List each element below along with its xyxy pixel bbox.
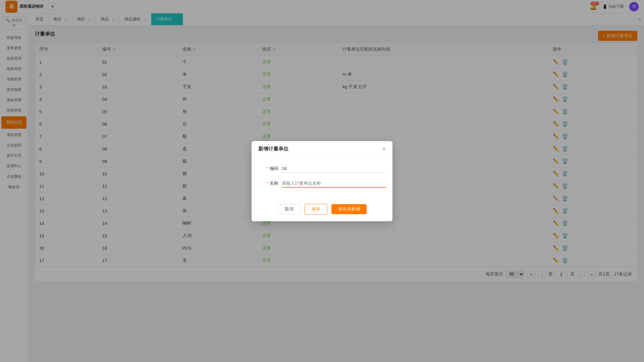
form-row-code: *编码 (258, 165, 386, 173)
add-unit-modal: 新增计量单位 × *编码 *名称 取消 保存 保存并新增 (252, 141, 392, 221)
form-row-name: *名称 (258, 179, 386, 188)
code-input[interactable] (282, 165, 386, 173)
modal-body: *编码 *名称 (252, 157, 392, 200)
modal-footer: 取消 保存 保存并新增 (252, 200, 392, 221)
cancel-button[interactable]: 取消 (278, 204, 301, 215)
modal-header: 新增计量单位 × (252, 141, 392, 157)
modal-overlay[interactable]: 新增计量单位 × *编码 *名称 取消 保存 保存并新增 (0, 0, 644, 362)
code-label: *编码 (258, 166, 278, 172)
modal-close-button[interactable]: × (382, 146, 386, 152)
save-and-new-button[interactable]: 保存并新增 (331, 204, 367, 214)
save-button[interactable]: 保存 (305, 204, 327, 215)
name-input[interactable] (282, 179, 386, 188)
name-label: *名称 (258, 180, 278, 186)
modal-title: 新增计量单位 (258, 146, 288, 152)
